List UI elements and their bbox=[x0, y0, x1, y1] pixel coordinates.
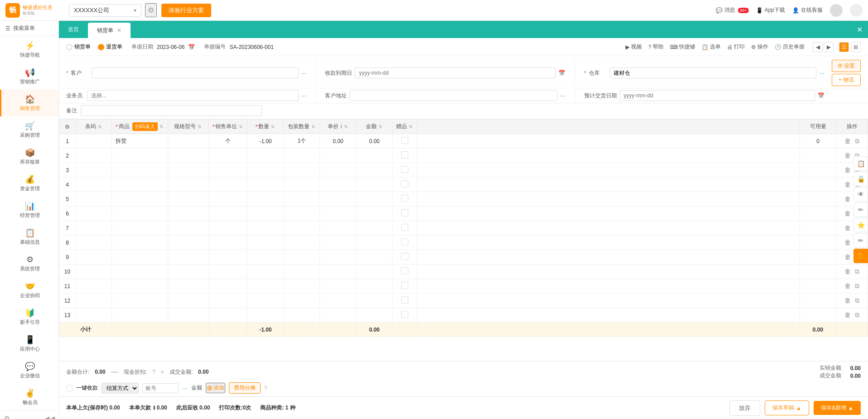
company-selector[interactable]: XXXXXX公司 ▾ bbox=[69, 4, 141, 17]
settings-icon-btn[interactable]: ⚙ bbox=[145, 3, 157, 17]
cell-price[interactable] bbox=[320, 221, 356, 236]
cell-unit[interactable] bbox=[209, 207, 247, 221]
sidebar-item-wechat[interactable]: 💬 企业微信 bbox=[0, 357, 58, 384]
cell-spec[interactable] bbox=[168, 207, 209, 221]
table-row[interactable]: 8 🗑 ⧉ bbox=[59, 236, 868, 250]
sidebar-item-enterprise[interactable]: 🤝 企业协同 bbox=[0, 277, 58, 303]
toolbar-help[interactable]: ? 帮助 bbox=[645, 42, 666, 52]
table-row[interactable]: 13 🗑 ⧉ bbox=[59, 308, 868, 323]
cell-pkg[interactable] bbox=[284, 294, 320, 308]
cell-amount[interactable] bbox=[356, 236, 393, 250]
cell-amount[interactable] bbox=[356, 250, 393, 265]
cell-qty[interactable] bbox=[247, 178, 284, 192]
cell-pkg[interactable] bbox=[284, 250, 320, 265]
cell-spec[interactable] bbox=[168, 279, 209, 294]
table-row[interactable]: 4 🗑 ⧉ bbox=[59, 178, 868, 192]
cell-amount[interactable] bbox=[356, 221, 393, 236]
message-btn[interactable]: 💬 消息 99+ bbox=[716, 6, 748, 14]
date-calendar-icon[interactable]: 📅 bbox=[188, 44, 195, 50]
product-sort-icon[interactable]: ⇅ bbox=[160, 124, 163, 129]
sidebar-item-purchase[interactable]: 🛒 采购管理 bbox=[0, 116, 58, 143]
cell-gift[interactable] bbox=[393, 250, 417, 265]
delete-icon[interactable]: 🗑 bbox=[844, 152, 851, 159]
delete-icon[interactable]: 🗑 bbox=[844, 239, 851, 246]
cell-barcode[interactable] bbox=[76, 250, 112, 265]
one-click-pay-checkbox[interactable] bbox=[66, 385, 73, 391]
cell-gift[interactable] bbox=[393, 207, 417, 221]
cell-spec[interactable] bbox=[168, 294, 209, 308]
cell-gift[interactable] bbox=[393, 134, 417, 149]
cell-unit[interactable] bbox=[209, 236, 247, 250]
cell-remark[interactable] bbox=[417, 265, 800, 279]
settlement-method-select[interactable]: 结算方式 bbox=[102, 383, 139, 394]
cell-unit[interactable] bbox=[209, 294, 247, 308]
cell-unit[interactable]: 个 bbox=[209, 134, 247, 149]
cell-qty[interactable] bbox=[247, 308, 284, 323]
account-dots-btn[interactable]: ··· bbox=[182, 385, 188, 392]
cell-remark[interactable] bbox=[417, 207, 800, 221]
cell-qty[interactable] bbox=[247, 265, 284, 279]
cell-price[interactable]: 0.00 bbox=[320, 134, 356, 149]
cell-gift[interactable] bbox=[393, 192, 417, 207]
view-grid-btn[interactable]: ⊞ bbox=[851, 42, 861, 52]
cell-pkg[interactable]: 1个 bbox=[284, 134, 320, 149]
float-btn-1[interactable]: 📋 bbox=[853, 156, 868, 171]
copy-icon[interactable]: ⧉ bbox=[855, 282, 859, 289]
customer-addr-input[interactable] bbox=[349, 90, 558, 101]
table-row[interactable]: 10 🗑 ⧉ bbox=[59, 265, 868, 279]
customer-dots-btn[interactable]: ··· bbox=[301, 69, 307, 77]
unit-sort-icon[interactable]: ⇅ bbox=[239, 124, 242, 129]
float-btn-4[interactable]: ✏ bbox=[853, 202, 868, 217]
cell-amount[interactable] bbox=[356, 265, 393, 279]
gift-checkbox[interactable] bbox=[401, 224, 408, 231]
cell-unit[interactable] bbox=[209, 163, 247, 178]
cell-remark[interactable] bbox=[417, 294, 800, 308]
cell-barcode[interactable] bbox=[76, 134, 112, 149]
table-row[interactable]: 3 🗑 ⧉ bbox=[59, 163, 868, 178]
cell-price[interactable] bbox=[320, 294, 356, 308]
sidebar-settings-icon[interactable]: ⚙ bbox=[4, 414, 10, 419]
expense-help-icon[interactable]: ? bbox=[264, 385, 267, 391]
tab-home[interactable]: 首页 bbox=[59, 21, 88, 38]
sidebar-item-app-center[interactable]: 📱 应用中心 bbox=[0, 330, 58, 357]
cell-spec[interactable] bbox=[168, 192, 209, 207]
cell-barcode[interactable] bbox=[76, 149, 112, 163]
cell-unit[interactable] bbox=[209, 149, 247, 163]
cell-unit[interactable] bbox=[209, 221, 247, 236]
gift-checkbox[interactable] bbox=[401, 195, 408, 202]
sidebar-item-quick-nav[interactable]: ⚡ 快捷导航 bbox=[0, 36, 58, 63]
payment-due-input[interactable] bbox=[355, 67, 556, 78]
spec-sort-icon[interactable]: ⇅ bbox=[198, 124, 201, 129]
cell-remark[interactable] bbox=[417, 178, 800, 192]
cell-product[interactable] bbox=[112, 221, 168, 236]
radio-sales[interactable]: 销货单 bbox=[66, 43, 91, 51]
float-btn-3[interactable]: 👁 bbox=[853, 187, 868, 202]
delete-icon[interactable]: 🗑 bbox=[844, 224, 851, 231]
cell-product[interactable] bbox=[112, 236, 168, 250]
cell-barcode[interactable] bbox=[76, 178, 112, 192]
cell-gift[interactable] bbox=[393, 236, 417, 250]
cell-spec[interactable] bbox=[168, 236, 209, 250]
cell-price[interactable] bbox=[320, 207, 356, 221]
cell-price[interactable] bbox=[320, 279, 356, 294]
delete-icon[interactable]: 🗑 bbox=[844, 195, 851, 202]
table-row[interactable]: 12 🗑 ⧉ bbox=[59, 294, 868, 308]
add-payment-btn[interactable]: ⊕ 添加 bbox=[206, 383, 225, 393]
toolbar-print[interactable]: 🖨 打印 bbox=[724, 42, 747, 52]
cell-amount[interactable] bbox=[356, 279, 393, 294]
delete-icon[interactable]: 🗑 bbox=[844, 268, 851, 275]
sidebar-item-operations[interactable]: 📊 经营管理 bbox=[0, 197, 58, 223]
radio-return[interactable]: 退货单 bbox=[98, 43, 122, 51]
delete-icon[interactable]: 🗑 bbox=[844, 282, 851, 289]
customer-input[interactable] bbox=[92, 67, 298, 78]
cell-product[interactable] bbox=[112, 265, 168, 279]
sidebar-item-inventory[interactable]: 📦 库存核算 bbox=[0, 143, 58, 170]
cell-price[interactable] bbox=[320, 308, 356, 323]
cell-remark[interactable] bbox=[417, 163, 800, 178]
toolbar-ops[interactable]: ⚙ 操作 bbox=[748, 42, 771, 52]
cell-amount[interactable] bbox=[356, 178, 393, 192]
table-row[interactable]: 9 🗑 ⧉ bbox=[59, 250, 868, 265]
cell-pkg[interactable] bbox=[284, 308, 320, 323]
cell-gift[interactable] bbox=[393, 178, 417, 192]
expected-date-input[interactable] bbox=[620, 90, 815, 101]
